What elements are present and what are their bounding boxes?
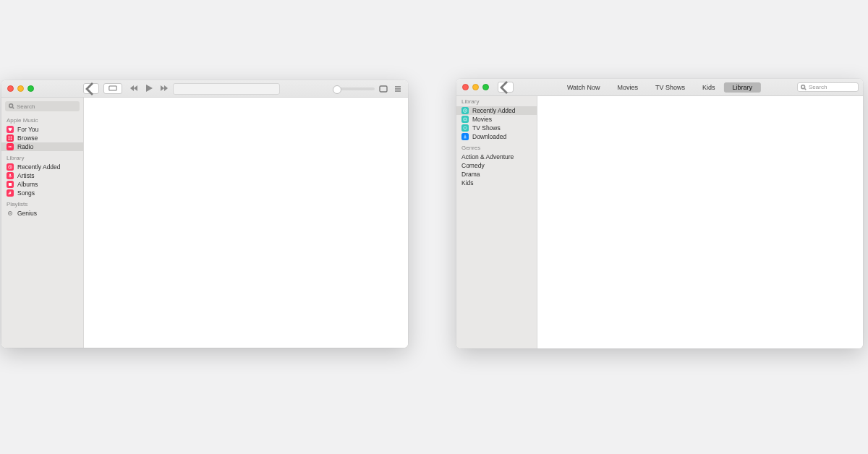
- search-placeholder: Search: [17, 103, 35, 110]
- lyrics-button[interactable]: [378, 84, 389, 94]
- tv-icon: [461, 124, 469, 132]
- minimize-button[interactable]: [472, 84, 479, 90]
- sidebar-item-downloaded[interactable]: Downloaded: [456, 132, 537, 141]
- sidebar-item-radio[interactable]: Radio: [1, 142, 83, 151]
- sidebar-heading-library: Library: [1, 151, 83, 163]
- radio-icon: [7, 143, 14, 150]
- close-button[interactable]: [462, 84, 469, 90]
- sidebar-item-albums[interactable]: Albums: [1, 180, 83, 189]
- chevron-left-icon: [498, 80, 513, 95]
- previous-button[interactable]: [129, 82, 138, 95]
- tab-movies[interactable]: Movies: [609, 82, 647, 93]
- clock-icon: [7, 163, 14, 171]
- sidebar-item-label: Songs: [17, 189, 35, 197]
- sidebar-heading-library: Library: [456, 96, 537, 106]
- sidebar-item-movies[interactable]: Movies: [456, 115, 537, 124]
- search-icon: [9, 103, 14, 109]
- svg-rect-5: [9, 139, 10, 140]
- svg-rect-3: [9, 137, 10, 138]
- film-icon: [461, 116, 469, 123]
- zoom-button[interactable]: [27, 85, 34, 92]
- tab-watch-now[interactable]: Watch Now: [558, 82, 609, 93]
- tab-tv-shows[interactable]: TV Shows: [647, 82, 694, 93]
- close-button[interactable]: [7, 85, 14, 92]
- sidebar-item-label: TV Shows: [472, 124, 501, 132]
- media-picker-button[interactable]: [103, 83, 122, 94]
- sidebar-item-songs[interactable]: Songs: [1, 189, 83, 197]
- sidebar-item-label: Comedy: [461, 162, 485, 169]
- tab-kids[interactable]: Kids: [694, 82, 724, 93]
- download-icon: [461, 133, 469, 140]
- sidebar-item-genius[interactable]: Genius: [1, 209, 83, 218]
- tab-library[interactable]: Library: [724, 82, 762, 93]
- sidebar-item-genre-drama[interactable]: Drama: [456, 170, 537, 179]
- sidebar-item-label: Kids: [461, 179, 474, 187]
- tv-content-area: [537, 96, 863, 348]
- transport-controls: [129, 82, 169, 95]
- sidebar-item-browse[interactable]: Browse: [1, 134, 83, 142]
- playback-center: [129, 82, 280, 95]
- clock-icon: [461, 107, 469, 114]
- svg-rect-6: [11, 139, 12, 140]
- back-button[interactable]: [83, 83, 99, 94]
- search-input[interactable]: Search: [5, 101, 80, 111]
- svg-point-7: [9, 146, 11, 147]
- play-icon: [145, 84, 153, 93]
- svg-rect-10: [9, 183, 12, 186]
- music-app-window: Search Apple Music For You Browse Radio …: [1, 80, 408, 348]
- next-button[interactable]: [160, 82, 169, 95]
- svg-point-2: [9, 104, 13, 108]
- volume-slider[interactable]: [333, 87, 375, 90]
- sidebar-item-genre-action[interactable]: Action & Adventure: [456, 153, 537, 161]
- svg-rect-9: [9, 174, 11, 176]
- album-icon: [7, 181, 14, 188]
- zoom-button[interactable]: [482, 84, 489, 90]
- list-icon: [393, 85, 402, 93]
- tv-app-window: Watch Now Movies TV Shows Kids Library S…: [456, 79, 863, 348]
- window-controls: [6, 85, 34, 92]
- quote-icon: [379, 85, 388, 93]
- sidebar-item-label: Recently Added: [17, 163, 61, 171]
- forward-icon: [160, 84, 169, 93]
- sidebar-item-genre-comedy[interactable]: Comedy: [456, 161, 537, 170]
- tv-titlebar: Watch Now Movies TV Shows Kids Library S…: [456, 79, 863, 96]
- heart-icon: [7, 126, 14, 133]
- tv-tab-bar: Watch Now Movies TV Shows Kids Library: [558, 82, 761, 93]
- play-button[interactable]: [145, 82, 153, 95]
- music-titlebar: [1, 80, 408, 98]
- sidebar-item-genre-kids[interactable]: Kids: [456, 179, 537, 187]
- sidebar-item-recently-added[interactable]: Recently Added: [456, 106, 537, 115]
- minimize-button[interactable]: [17, 85, 24, 92]
- svg-point-13: [801, 85, 805, 88]
- svg-rect-0: [109, 86, 116, 90]
- sidebar-item-for-you[interactable]: For You: [1, 125, 83, 134]
- sidebar-item-recently-added[interactable]: Recently Added: [1, 163, 83, 171]
- sidebar-heading-apple-music: Apple Music: [1, 113, 83, 125]
- search-input[interactable]: Search: [797, 82, 859, 92]
- sidebar-item-tv-shows[interactable]: TV Shows: [456, 124, 537, 132]
- now-playing-display: [173, 83, 280, 95]
- list-button[interactable]: [392, 84, 404, 94]
- sidebar-item-artists[interactable]: Artists: [1, 171, 83, 180]
- sidebar-item-label: Drama: [461, 171, 480, 178]
- mic-icon: [7, 172, 14, 179]
- sidebar-item-label: Radio: [17, 143, 33, 150]
- svg-rect-15: [464, 118, 467, 121]
- backward-icon: [129, 84, 138, 93]
- music-sidebar: Search Apple Music For You Browse Radio …: [1, 98, 84, 348]
- back-button[interactable]: [498, 82, 514, 93]
- chevron-left-icon: [84, 82, 98, 96]
- sidebar-item-label: Downloaded: [472, 133, 506, 140]
- display-icon: [109, 85, 117, 92]
- sidebar-item-label: Artists: [17, 172, 35, 179]
- sidebar-item-label: Recently Added: [472, 107, 516, 114]
- tv-sidebar: Library Recently Added Movies TV Shows D…: [456, 96, 537, 348]
- sidebar-item-label: Albums: [17, 181, 38, 188]
- sidebar-item-label: For You: [17, 126, 38, 133]
- svg-point-12: [9, 213, 11, 214]
- sidebar-item-label: Browse: [17, 134, 38, 142]
- grid-icon: [7, 134, 14, 142]
- sidebar-item-label: Action & Adventure: [461, 153, 514, 160]
- sidebar-heading-genres: Genres: [456, 141, 537, 153]
- search-placeholder: Search: [809, 84, 827, 90]
